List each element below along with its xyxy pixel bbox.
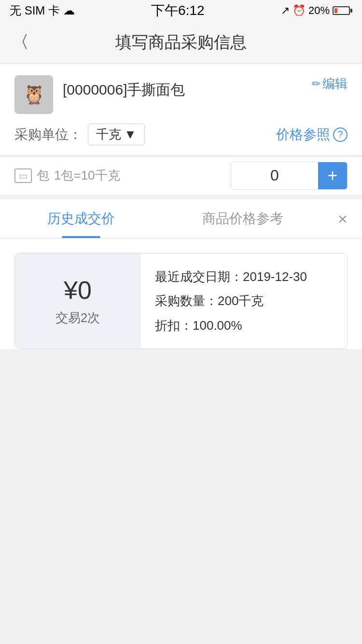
- main-content-area: [0, 349, 362, 644]
- close-button[interactable]: ×: [323, 199, 362, 238]
- navigation-bar: 〈 填写商品采购信息: [0, 21, 362, 64]
- tab-bar: 历史成交价 商品价格参考 ×: [0, 199, 362, 238]
- battery-percent: 20%: [308, 4, 330, 17]
- tab-active-indicator: [62, 236, 100, 238]
- price-card: ¥0 交易2次 最近成交日期：2019-12-30 采购数量：200千克 折扣：…: [14, 253, 348, 349]
- product-footer: 采购单位： 千克 ▼ 价格参照 ?: [14, 124, 348, 145]
- price-card-container: ¥0 交易2次 最近成交日期：2019-12-30 采购数量：200千克 折扣：…: [0, 238, 362, 349]
- unit-value: 千克: [96, 126, 121, 143]
- edit-label: 编辑: [322, 75, 348, 92]
- status-right: ↗ ⏰ 20%: [281, 4, 352, 17]
- quantity-plus-button[interactable]: +: [318, 162, 347, 189]
- alarm-icon: ⏰: [292, 4, 306, 17]
- unit-label: 采购单位：: [14, 126, 82, 144]
- unit-section: 采购单位： 千克 ▼: [14, 124, 145, 145]
- tab-price-reference-label: 商品价格参考: [202, 210, 283, 228]
- discount-row: 折扣：100.00%: [155, 317, 333, 334]
- latest-date-row: 最近成交日期：2019-12-30: [155, 268, 333, 285]
- product-thumbnail: 🦉: [14, 75, 53, 114]
- product-info-left: 🦉 [0000006]手撕面包: [14, 75, 185, 114]
- quantity-input-area: +: [231, 162, 348, 190]
- product-name: [0000006]手撕面包: [63, 75, 185, 100]
- price-right-panel: 最近成交日期：2019-12-30 采购数量：200千克 折扣：100.00%: [140, 253, 347, 349]
- tab-price-reference[interactable]: 商品价格参考: [162, 199, 323, 238]
- discount-value: 100.00%: [193, 318, 242, 333]
- status-left: 无 SIM 卡 ☁: [10, 3, 75, 18]
- page-title: 填写商品采购信息: [115, 31, 247, 54]
- price-left-panel: ¥0 交易2次: [15, 253, 140, 349]
- battery-icon: [333, 6, 352, 15]
- status-bar: 无 SIM 卡 ☁ 下午6:12 ↗ ⏰ 20%: [0, 0, 362, 21]
- quantity-row: ▭ 包 1包=10千克 +: [0, 156, 362, 195]
- discount-label: 折扣：: [155, 318, 193, 333]
- package-text: 包: [37, 167, 49, 184]
- edit-button[interactable]: ✏ 编辑: [312, 75, 348, 92]
- dropdown-arrow-icon: ▼: [124, 127, 137, 142]
- tab-historical-price-label: 历史成交价: [47, 210, 115, 228]
- status-time: 下午6:12: [151, 1, 205, 20]
- product-card: 🦉 [0000006]手撕面包 ✏ 编辑 采购单位： 千克 ▼ 价格参照 ?: [0, 64, 362, 155]
- edit-icon: ✏: [312, 78, 320, 90]
- sim-status: 无 SIM 卡 ☁: [10, 3, 75, 18]
- latest-date-label: 最近成交日期：: [155, 269, 243, 284]
- price-amount: ¥0: [64, 276, 92, 305]
- tab-historical-price[interactable]: 历史成交价: [0, 199, 162, 238]
- purchase-qty-row: 采购数量：200千克: [155, 292, 333, 309]
- trade-count: 交易2次: [56, 309, 100, 326]
- help-icon: ?: [333, 127, 348, 142]
- package-ratio: 1包=10千克: [54, 167, 120, 184]
- location-icon: ↗: [281, 4, 290, 17]
- purchase-qty-label: 采购数量：: [155, 294, 218, 308]
- unit-dropdown[interactable]: 千克 ▼: [88, 124, 145, 145]
- quantity-input[interactable]: [231, 162, 318, 189]
- product-logo-icon: 🦉: [23, 84, 45, 105]
- latest-date-value: 2019-12-30: [243, 269, 307, 284]
- price-ref-label: 价格参照: [276, 126, 330, 144]
- product-header: 🦉 [0000006]手撕面包 ✏ 编辑: [14, 75, 348, 114]
- back-button[interactable]: 〈: [12, 30, 29, 54]
- package-label: ▭ 包 1包=10千克: [14, 167, 120, 184]
- purchase-qty-value: 200千克: [218, 294, 264, 308]
- price-reference-button[interactable]: 价格参照 ?: [276, 126, 348, 144]
- package-icon: ▭: [14, 168, 32, 183]
